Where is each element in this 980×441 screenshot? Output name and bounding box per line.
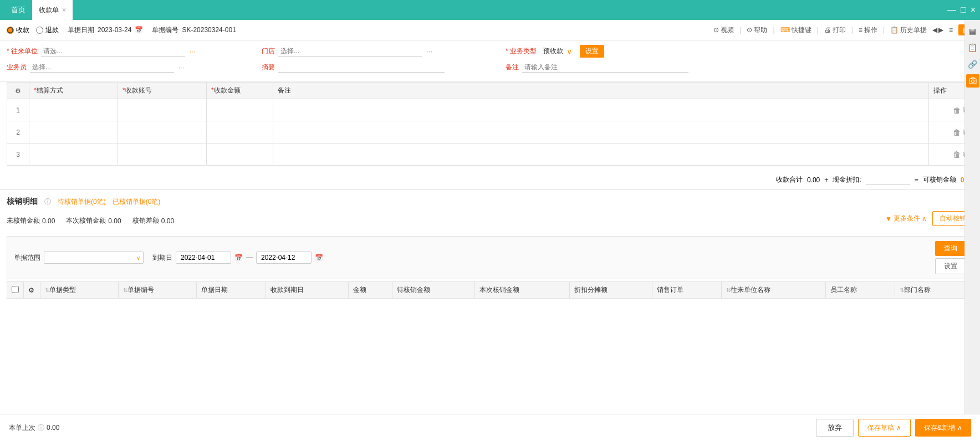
next-icon[interactable]: ▶ <box>938 26 943 34</box>
range-select[interactable] <box>44 252 144 264</box>
shortcut-label: 快捷键 <box>792 25 811 35</box>
biz-type-dropdown-icon[interactable]: ∨ <box>566 47 572 56</box>
equals-label: = <box>915 176 918 184</box>
sort-icon-3: ⇅ <box>726 287 731 293</box>
pending-tab-link[interactable]: 待核销单据(0笔) <box>58 197 106 207</box>
save-draft-button[interactable]: 保存草稿 ∧ <box>858 419 911 437</box>
col-doc-num-header: ⇅单据编号 <box>118 282 196 299</box>
row2-delete-btn[interactable]: 🗑 <box>953 128 961 137</box>
nav-arrows: ◀ ▶ <box>932 26 943 34</box>
stat-current-writeoff-label: 本次核销金额 <box>66 216 106 225</box>
sep3: | <box>817 26 819 34</box>
writeoff-info-icon[interactable]: ⓘ <box>44 197 51 207</box>
done-tab-link[interactable]: 已核销单据(0笔) <box>113 197 161 207</box>
writeoff-stats: 未核销金额 0.00 本次核销金额 0.00 核销差额 0.00 ▼ 更多条件 … <box>7 211 973 230</box>
stat-uncancelled-label: 未核销金额 <box>7 216 40 225</box>
save-new-button[interactable]: 保存&新增 ∧ <box>915 419 971 437</box>
prev-icon[interactable]: ◀ <box>932 26 937 34</box>
shortcut-action[interactable]: ⌨ 快捷键 <box>780 25 811 35</box>
abandon-button[interactable]: 放弃 <box>816 419 854 437</box>
video-icon: ⊙ <box>713 26 719 34</box>
date-to-cal-icon[interactable]: 📅 <box>315 254 323 261</box>
save-new-arrow-icon[interactable]: ∧ <box>957 424 962 432</box>
sort-icon-1: ⇅ <box>45 287 49 293</box>
summary-input[interactable] <box>278 62 445 73</box>
active-tab[interactable]: 收款单 × <box>32 0 73 20</box>
history-label: 历史单据 <box>900 25 927 35</box>
row3-amount[interactable] <box>207 143 273 166</box>
maximize-icon[interactable]: □ <box>961 5 966 15</box>
stat-uncancelled-value: 0.00 <box>42 217 55 225</box>
row3-account[interactable] <box>118 143 207 166</box>
discount-input[interactable] <box>866 175 910 185</box>
doc-date-info: 单据日期 2023-03-24 📅 <box>68 25 143 35</box>
row1-delete-btn[interactable]: 🗑 <box>953 106 961 115</box>
counterparty-label: 往来单位 <box>7 47 38 56</box>
date-to-input[interactable] <box>256 252 312 264</box>
row1-account[interactable] <box>118 99 207 121</box>
col-dept-header: ⇅部门名称 <box>895 282 973 299</box>
print-action[interactable]: 🖨 打印 <box>824 25 846 35</box>
row3-pay-method[interactable] <box>29 143 118 166</box>
tab-close-icon[interactable]: × <box>62 6 66 14</box>
radio-receipt[interactable]: 收款 <box>7 25 29 35</box>
col-settings-header[interactable]: ⚙ <box>7 83 29 99</box>
sidebar-grid-icon[interactable]: ▦ <box>966 24 979 38</box>
row3-remarks[interactable] <box>273 143 929 166</box>
sidebar-camera-icon[interactable] <box>966 74 979 88</box>
doc-date-calendar-icon[interactable]: 📅 <box>135 26 143 34</box>
sidebar-link-icon[interactable]: 🔗 <box>966 58 979 71</box>
salesman-label: 业务员 <box>7 63 27 72</box>
receipt-table: ⚙ *结算方式 *收款账号 *收款金额 备注 操作 1 <box>7 82 973 166</box>
col-checkbox-header[interactable] <box>7 282 24 299</box>
more-conditions-btn[interactable]: ▼ 更多条件 ∧ <box>885 214 927 223</box>
shop-input[interactable] <box>278 46 422 57</box>
settings-button[interactable]: 设置 <box>580 45 604 58</box>
writeoff-settings-button[interactable]: 设置 <box>935 258 966 274</box>
query-button[interactable]: 查询 <box>935 241 966 256</box>
counterparty-more-btn[interactable]: ··· <box>190 48 195 55</box>
shop-more-btn[interactable]: ··· <box>427 48 432 55</box>
tab-label: 收款单 <box>39 6 59 15</box>
sort-icon-2: ⇅ <box>123 287 127 293</box>
video-action[interactable]: ⊙ 视频 <box>713 25 734 35</box>
row2-remarks[interactable] <box>273 121 929 143</box>
date-range-field: 到期日 📅 — 📅 <box>152 252 323 264</box>
row1-pay-method[interactable] <box>29 99 118 121</box>
row1-remarks[interactable] <box>273 99 929 121</box>
row-num-1: 1 <box>7 99 29 121</box>
shop-field: 门店 ··· <box>262 46 483 57</box>
history-action[interactable]: 📋 历史单据 <box>890 25 927 35</box>
date-from-input[interactable] <box>176 252 231 264</box>
session-info-icon[interactable]: ⓘ <box>38 423 44 433</box>
salesman-input[interactable] <box>30 62 174 73</box>
operate-label: 操作 <box>864 25 877 35</box>
radio-refund[interactable]: 退款 <box>36 25 59 35</box>
radio-refund-label: 退款 <box>45 25 59 35</box>
select-all-checkbox[interactable] <box>12 286 19 293</box>
salesman-more-btn[interactable]: ··· <box>178 64 184 71</box>
row2-amount[interactable] <box>207 121 273 143</box>
row1-amount[interactable] <box>207 99 273 121</box>
range-select-wrapper: ∨ <box>44 252 144 264</box>
date-from-cal-icon[interactable]: 📅 <box>234 254 243 261</box>
home-tab[interactable]: 首页 <box>4 0 32 20</box>
counterparty-input[interactable] <box>41 46 185 57</box>
help-action[interactable]: ⊙ 帮助 <box>747 25 767 35</box>
remarks-input[interactable] <box>522 62 688 73</box>
col-amount-header: *收款金额 <box>207 83 273 99</box>
operate-action[interactable]: ≡ 操作 <box>859 25 877 35</box>
row-num-2: 2 <box>7 121 29 143</box>
save-draft-arrow-icon[interactable]: ∧ <box>896 424 901 432</box>
minimize-icon[interactable]: — <box>947 5 956 15</box>
close-window-icon[interactable]: × <box>971 5 976 15</box>
col-settings-header-2[interactable]: ⚙ <box>24 282 40 299</box>
list-layout-icon[interactable]: ≡ <box>949 26 953 34</box>
writeoff-title: 核销明细 <box>7 197 38 207</box>
sidebar-doc-icon[interactable]: 📋 <box>966 41 979 54</box>
filter-buttons: 查询 设置 <box>935 241 966 274</box>
row3-delete-btn[interactable]: 🗑 <box>953 150 961 159</box>
row2-account[interactable] <box>118 121 207 143</box>
toolbar: 收款 退款 单据日期 2023-03-24 📅 单据编号 SK-20230324… <box>0 20 980 40</box>
row2-pay-method[interactable] <box>29 121 118 143</box>
